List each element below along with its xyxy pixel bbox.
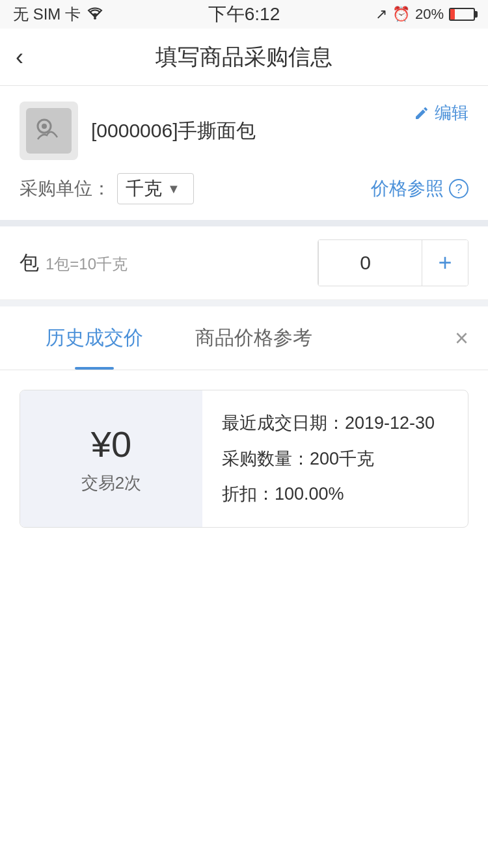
quantity-plus-button[interactable]: + [422, 240, 468, 286]
battery-icon [449, 8, 475, 21]
battery-percent: 20% [415, 6, 444, 23]
tab-close-button[interactable]: × [455, 325, 468, 352]
status-bar: 无 SIM 卡 下午6:12 ↗ ⏰ 20% [0, 0, 488, 29]
quantity-conversion: 1包=10千克 [46, 254, 128, 275]
tab-product-price-reference[interactable]: 商品价格参考 [169, 306, 338, 370]
quantity-unit: 包 [20, 250, 39, 277]
quantity-input[interactable] [318, 240, 422, 286]
product-header: [0000006]手撕面包 编辑 [20, 102, 468, 160]
nav-bar: ‹ 填写商品采购信息 [0, 29, 488, 86]
unit-label: 采购单位： [20, 176, 111, 201]
wifi-icon [86, 5, 104, 23]
price-ref-help-icon: ? [449, 179, 468, 198]
quantity-label: 包 1包=10千克 [20, 250, 128, 277]
history-trade-count: 交易2次 [81, 472, 141, 495]
history-purchase-qty: 采购数量：200千克 [222, 446, 448, 472]
history-card: ¥0 交易2次 最近成交日期：2019-12-30 采购数量：200千克 折扣：… [20, 390, 468, 528]
carrier-text: 无 SIM 卡 [13, 4, 81, 25]
back-button[interactable]: ‹ [16, 44, 23, 71]
status-left: 无 SIM 卡 [13, 4, 104, 25]
thumbnail-image [26, 108, 72, 154]
tab-section: 历史成交价 商品价格参考 × ¥0 交易2次 最近成交日期：2019-12-30… [0, 306, 488, 547]
history-content: ¥0 交易2次 最近成交日期：2019-12-30 采购数量：200千克 折扣：… [0, 370, 488, 547]
history-recent-date: 最近成交日期：2019-12-30 [222, 410, 448, 437]
product-name: [0000006]手撕面包 [91, 118, 256, 144]
status-right: ↗ ⏰ 20% [375, 6, 475, 23]
product-unit-row: 采购单位： 千克 ▼ 价格参照 ? [20, 173, 468, 204]
location-icon: ↗ [375, 6, 387, 23]
svg-point-0 [94, 17, 96, 20]
quantity-row: 包 1包=10千克 + [0, 226, 488, 300]
bottom-area [0, 547, 488, 869]
dropdown-arrow-icon: ▼ [167, 182, 180, 197]
page-title: 填写商品采购信息 [156, 42, 332, 72]
history-price-panel: ¥0 交易2次 [20, 390, 202, 527]
history-discount: 折扣：100.00% [222, 481, 448, 508]
quantity-control: + [318, 239, 468, 286]
tab-history-price[interactable]: 历史成交价 [20, 306, 169, 370]
status-time: 下午6:12 [208, 2, 280, 27]
unit-area: 采购单位： 千克 ▼ [20, 173, 194, 204]
tab-header: 历史成交价 商品价格参考 × [0, 306, 488, 370]
price-reference-button[interactable]: 价格参照 ? [371, 176, 468, 201]
section-divider [0, 220, 488, 226]
product-left: [0000006]手撕面包 [20, 102, 256, 160]
product-thumbnail [20, 102, 78, 160]
product-card: [0000006]手撕面包 编辑 采购单位： 千克 ▼ 价格参照 ? [0, 86, 488, 220]
edit-button[interactable]: 编辑 [414, 102, 468, 124]
history-details-panel: 最近成交日期：2019-12-30 采购数量：200千克 折扣：100.00% [202, 390, 468, 527]
svg-point-2 [42, 124, 47, 129]
history-price: ¥0 [91, 423, 131, 465]
unit-dropdown[interactable]: 千克 ▼ [117, 173, 194, 204]
alarm-icon: ⏰ [392, 6, 410, 23]
